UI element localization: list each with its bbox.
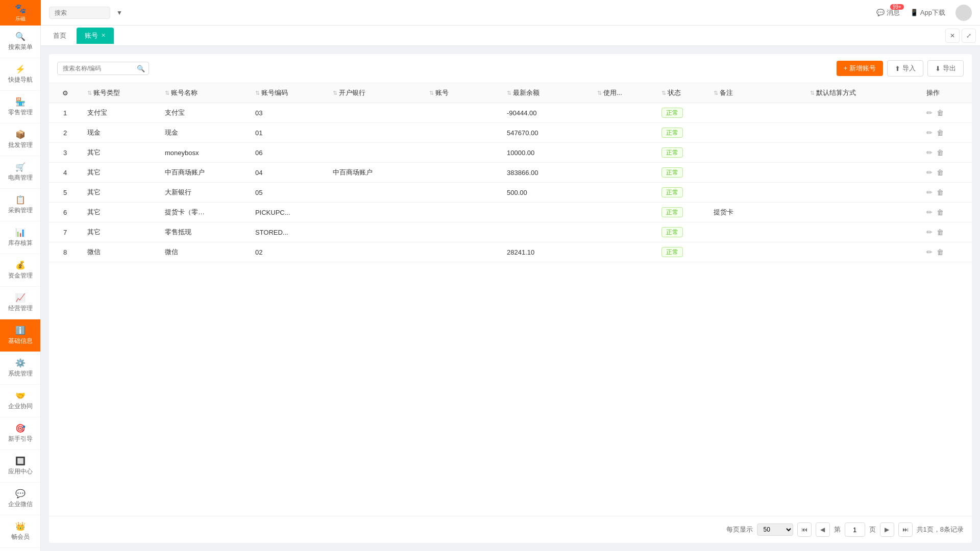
page-number-input[interactable] bbox=[845, 522, 865, 537]
next-page-button[interactable]: ▶ bbox=[880, 522, 894, 537]
export-button[interactable]: ⬇ 导出 bbox=[927, 60, 964, 77]
cell-remark bbox=[707, 123, 804, 143]
nav-icon-finance-mgmt: 💰 bbox=[15, 260, 26, 270]
cell-type: 微信 bbox=[81, 242, 159, 262]
edit-button-row-8[interactable]: ✏ bbox=[926, 248, 933, 256]
sidebar-item-vip-member[interactable]: 👑畅会员 bbox=[0, 515, 40, 548]
cell-bank bbox=[327, 203, 424, 222]
chevron-down-icon: ▼ bbox=[116, 9, 122, 16]
import-button[interactable]: ⬆ 导入 bbox=[887, 60, 923, 77]
sidebar-item-operation-mgmt[interactable]: 📈经营管理 bbox=[0, 287, 40, 319]
nav-icon-purchase-mgmt: 📋 bbox=[15, 195, 26, 205]
sidebar-item-purchase-mgmt[interactable]: 📋采购管理 bbox=[0, 189, 40, 221]
edit-button-row-1[interactable]: ✏ bbox=[926, 109, 933, 117]
sidebar-item-retail-mgmt[interactable]: 🏪零售管理 bbox=[0, 91, 40, 123]
account-search-input[interactable] bbox=[57, 62, 149, 75]
nav-icon-retail-mgmt: 🏪 bbox=[15, 97, 26, 107]
delete-button-row-6[interactable]: 🗑 bbox=[937, 208, 944, 216]
sidebar-item-ecommerce-mgmt[interactable]: 🛒电商管理 bbox=[0, 156, 40, 189]
cell-type: 其它 bbox=[81, 143, 159, 163]
sidebar-item-finance-mgmt[interactable]: 💰资金管理 bbox=[0, 254, 40, 287]
delete-button-row-7[interactable]: 🗑 bbox=[937, 228, 944, 236]
sidebar-item-enterprise-wechat[interactable]: 💬企业微信 bbox=[0, 483, 40, 515]
close-tab-button[interactable]: ✕ bbox=[945, 29, 960, 43]
cell-code: 02 bbox=[249, 242, 327, 262]
col-header-balance[interactable]: 最新余额 bbox=[501, 83, 591, 103]
tab-home[interactable]: 首页 bbox=[45, 28, 75, 44]
topbar-search-input[interactable] bbox=[49, 7, 110, 19]
app-download-button[interactable]: 📱 App下载 bbox=[910, 8, 945, 17]
total-records: 共1页，8条记录 bbox=[917, 525, 964, 534]
col-header-status[interactable]: 状态 bbox=[655, 83, 707, 103]
delete-button-row-3[interactable]: 🗑 bbox=[937, 148, 944, 157]
fullscreen-button[interactable]: ⤢ bbox=[962, 29, 976, 43]
col-header-bank[interactable]: 开户银行 bbox=[327, 83, 424, 103]
nav-icon-system-mgmt: ⚙️ bbox=[15, 358, 26, 368]
cell-settle bbox=[804, 103, 920, 123]
cell-bank bbox=[327, 242, 424, 262]
col-header-name[interactable]: 账号名称 bbox=[159, 83, 249, 103]
last-page-button[interactable]: ⏭ bbox=[898, 522, 913, 537]
col-header-account[interactable]: 账号 bbox=[423, 83, 501, 103]
user-avatar[interactable] bbox=[955, 5, 972, 21]
cell-code: STORED... bbox=[249, 222, 327, 242]
cell-action: ✏ 🗑 bbox=[920, 103, 972, 123]
nav-label-purchase-mgmt: 采购管理 bbox=[8, 206, 33, 215]
delete-button-row-2[interactable]: 🗑 bbox=[937, 129, 944, 137]
edit-button-row-6[interactable]: ✏ bbox=[926, 208, 933, 216]
edit-button-row-2[interactable]: ✏ bbox=[926, 129, 933, 137]
sidebar-item-system-mgmt[interactable]: ⚙️系统管理 bbox=[0, 352, 40, 385]
action-buttons: ✏ 🗑 bbox=[926, 248, 966, 256]
sidebar-item-enterprise-agreement[interactable]: 🤝企业协同 bbox=[0, 385, 40, 417]
edit-button-row-7[interactable]: ✏ bbox=[926, 228, 933, 236]
cell-action: ✏ 🗑 bbox=[920, 183, 972, 203]
col-header-settings[interactable]: ⚙ bbox=[49, 83, 81, 103]
message-button[interactable]: 💬 消息 99+ bbox=[876, 8, 900, 17]
cell-name: 现金 bbox=[159, 123, 249, 143]
col-header-usage[interactable]: 使用... bbox=[591, 83, 655, 103]
first-page-button[interactable]: ⏮ bbox=[797, 522, 812, 537]
cell-num: 4 bbox=[49, 163, 81, 183]
sidebar-item-app-center[interactable]: 🔲应用中心 bbox=[0, 450, 40, 483]
sidebar-item-search-menu[interactable]: 🔍搜索菜单 bbox=[0, 26, 40, 58]
cell-status: 正常 bbox=[655, 163, 707, 183]
sidebar-item-inventory-check[interactable]: 📊库存核算 bbox=[0, 221, 40, 254]
delete-button-row-4[interactable]: 🗑 bbox=[937, 168, 944, 177]
col-header-code[interactable]: 账号编码 bbox=[249, 83, 327, 103]
edit-button-row-3[interactable]: ✏ bbox=[926, 148, 933, 157]
sidebar-item-new-user-guide[interactable]: 🎯新手引导 bbox=[0, 417, 40, 450]
delete-button-row-1[interactable]: 🗑 bbox=[937, 109, 944, 117]
search-icon[interactable]: 🔍 bbox=[137, 65, 145, 72]
cell-name: 提货卡（零… bbox=[159, 203, 249, 222]
cell-usage bbox=[591, 143, 655, 163]
status-badge: 正常 bbox=[662, 147, 683, 158]
export-icon: ⬇ bbox=[935, 65, 941, 72]
col-header-type[interactable]: 账号类型 bbox=[81, 83, 159, 103]
col-header-settle[interactable]: 默认结算方式 bbox=[804, 83, 920, 103]
nav-label-search-menu: 搜索菜单 bbox=[8, 43, 33, 52]
sidebar-item-wholesale-mgmt[interactable]: 📦批发管理 bbox=[0, 123, 40, 156]
prev-page-button[interactable]: ◀ bbox=[816, 522, 830, 537]
cell-remark: 提货卡 bbox=[707, 203, 804, 222]
delete-button-row-5[interactable]: 🗑 bbox=[937, 188, 944, 196]
logo-text: 乐磁 bbox=[15, 15, 26, 22]
delete-button-row-8[interactable]: 🗑 bbox=[937, 248, 944, 256]
sidebar-item-basic-info[interactable]: ℹ️基础信息 bbox=[0, 319, 40, 352]
cell-code: 04 bbox=[249, 163, 327, 183]
topbar-dropdown[interactable]: ▼ bbox=[116, 9, 122, 16]
edit-button-row-4[interactable]: ✏ bbox=[926, 168, 933, 177]
tab-actions: ✕ ⤢ bbox=[945, 29, 976, 43]
nav-icon-operation-mgmt: 📈 bbox=[15, 293, 26, 303]
col-header-remark[interactable]: 备注 bbox=[707, 83, 804, 103]
edit-button-row-5[interactable]: ✏ bbox=[926, 188, 933, 196]
sidebar-item-quick-nav[interactable]: ⚡快捷导航 bbox=[0, 58, 40, 91]
nav-icon-enterprise-agreement: 🤝 bbox=[15, 391, 26, 400]
page-number-suffix: 页 bbox=[869, 525, 876, 534]
per-page-select[interactable]: 102050100 bbox=[757, 523, 793, 536]
cell-settle bbox=[804, 183, 920, 203]
cell-name: moneybosx bbox=[159, 143, 249, 163]
add-account-button[interactable]: + 新增账号 bbox=[837, 61, 883, 76]
tab-close-accounts[interactable]: ✕ bbox=[101, 32, 106, 39]
tab-accounts[interactable]: 账号✕ bbox=[77, 28, 114, 44]
content-area: 🔍 + 新增账号 ⬆ 导入 ⬇ 导出 bbox=[41, 46, 980, 551]
